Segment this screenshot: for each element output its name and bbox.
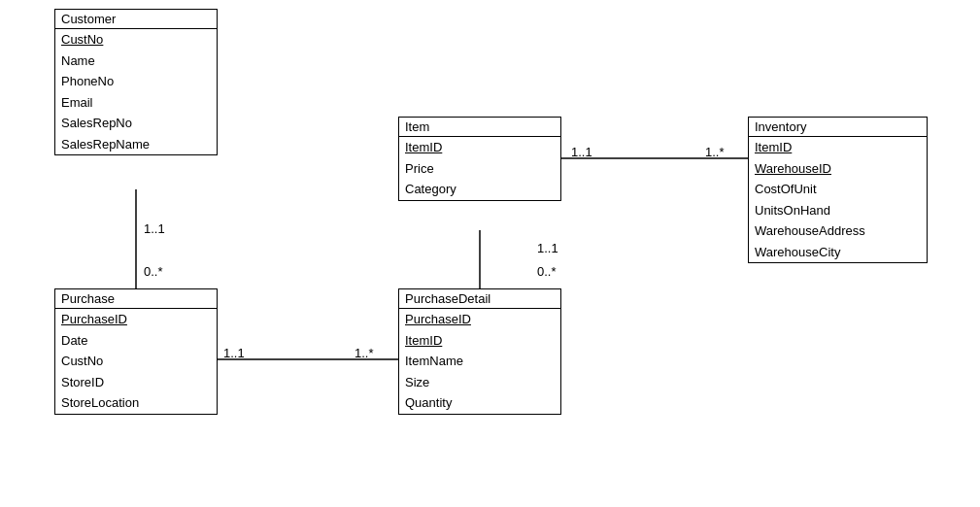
card-purchase-purchasedetail-left: 1..1 [223,346,245,360]
card-item-purchasedetail-bottom: 0..* [537,264,557,279]
entity-customer-row-phoneno: PhoneNo [55,71,217,92]
entity-inventory-body: ItemID WarehouseID CostOfUnit UnitsOnHan… [749,137,927,262]
entity-customer-body: CustNo Name PhoneNo Email SalesRepNo Sal… [55,29,217,154]
entity-purchasedetail: PurchaseDetail PurchaseID ItemID ItemNam… [398,288,561,415]
entity-inventory-row-costofunit: CostOfUnit [749,179,927,200]
card-customer-purchase-top: 1..1 [144,221,165,236]
card-purchase-purchasedetail-right: 1..* [355,346,374,360]
entity-purchasedetail-header: PurchaseDetail [399,289,560,309]
entity-customer-row-name: Name [55,51,217,72]
entity-inventory-row-warehousecity: WarehouseCity [749,242,927,263]
entity-purchasedetail-row-itemname: ItemName [399,351,560,372]
entity-purchasedetail-row-itemid: ItemID [399,330,560,352]
entity-purchase-row-storelocation: StoreLocation [55,392,217,414]
card-item-inventory-right: 1..* [705,145,725,159]
entity-purchase: Purchase PurchaseID Date CustNo StoreID … [54,288,218,415]
entity-customer-row-salesrepno: SalesRepNo [55,113,217,134]
entity-item-body: ItemID Price Category [399,137,560,200]
entity-purchasedetail-row-quantity: Quantity [399,392,560,414]
entity-purchasedetail-row-purchaseid: PurchaseID [399,309,560,330]
card-item-purchasedetail-top: 1..1 [537,241,558,255]
entity-customer: Customer CustNo Name PhoneNo Email Sales… [54,9,218,155]
entity-inventory-row-warehouseaddress: WarehouseAddress [749,220,927,242]
entity-purchase-row-purchaseid: PurchaseID [55,309,217,330]
entity-inventory-row-unitsonhand: UnitsOnHand [749,200,927,221]
entity-item: Item ItemID Price Category [398,117,561,201]
entity-purchase-body: PurchaseID Date CustNo StoreID StoreLoca… [55,309,217,414]
erd-diagram: 1..1 0..* 1..1 1..* 1..1 0..* 1..1 1..* … [0,0,980,507]
entity-purchase-header: Purchase [55,289,217,309]
entity-inventory-row-itemid: ItemID [749,137,927,158]
entity-customer-row-email: Email [55,92,217,114]
entity-item-header: Item [399,118,560,137]
entity-purchasedetail-row-size: Size [399,372,560,393]
entity-inventory: Inventory ItemID WarehouseID CostOfUnit … [748,117,928,263]
entity-purchase-row-date: Date [55,330,217,352]
entity-inventory-row-warehouseid: WarehouseID [749,158,927,180]
entity-purchase-row-custno: CustNo [55,351,217,372]
entity-customer-header: Customer [55,10,217,29]
entity-item-row-price: Price [399,158,560,180]
entity-item-row-itemid: ItemID [399,137,560,158]
card-customer-purchase-bottom: 0..* [144,264,163,279]
entity-inventory-header: Inventory [749,118,927,137]
entity-purchasedetail-body: PurchaseID ItemID ItemName Size Quantity [399,309,560,414]
entity-customer-row-salesrepname: SalesRepName [55,134,217,155]
entity-customer-row-custno: CustNo [55,29,217,51]
card-item-inventory-left: 1..1 [571,145,592,159]
entity-item-row-category: Category [399,179,560,200]
entity-purchase-row-storeid: StoreID [55,372,217,393]
